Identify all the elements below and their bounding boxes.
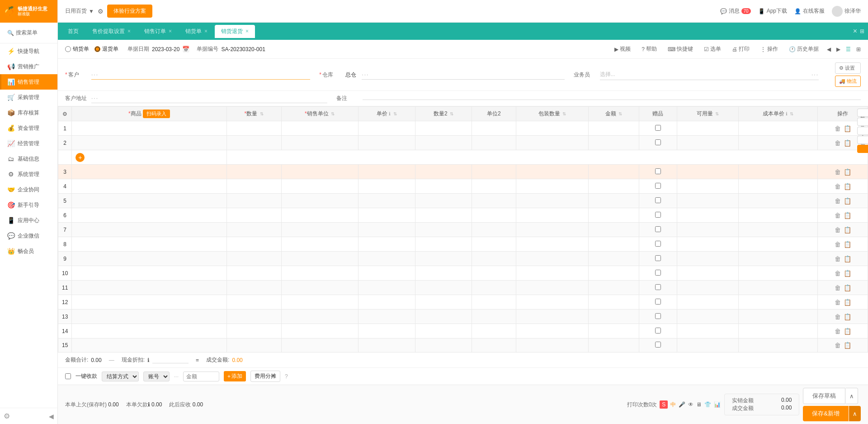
toolbar-shortcut[interactable]: ⌨ 快捷键 <box>665 44 696 54</box>
cell-cost-2[interactable] <box>738 136 818 150</box>
cell-amount-7[interactable] <box>589 223 639 237</box>
toolbar-operate[interactable]: ⋮ 操作 <box>758 44 781 54</box>
cell-amount-15[interactable] <box>589 338 639 353</box>
cell-price-15[interactable] <box>358 338 415 353</box>
tab-close-sale-return[interactable]: × <box>245 28 249 34</box>
taskbar-monitor-icon[interactable]: 🖥 <box>696 401 702 408</box>
copy-row-13-icon[interactable]: 📋 <box>844 313 851 320</box>
user-profile[interactable]: 徐泽华 <box>832 6 861 17</box>
copy-row-15-icon[interactable]: 📋 <box>844 342 851 349</box>
cell-cost-5[interactable] <box>738 194 818 208</box>
cell-amount-9[interactable] <box>589 252 639 266</box>
gift-checkbox-12[interactable] <box>655 299 661 305</box>
attachment-panel-btn[interactable]: 附件 <box>857 109 868 117</box>
cell-unit2-12[interactable] <box>472 295 516 310</box>
delete-row-2-icon[interactable]: 🗑 <box>835 139 841 147</box>
gift-checkbox-5[interactable] <box>655 197 661 203</box>
copy-row-5-icon[interactable]: 📋 <box>844 197 851 205</box>
cell-gift-11[interactable] <box>639 281 677 295</box>
grid-view-icon[interactable]: ⊞ <box>856 46 861 52</box>
copy-row-3-icon[interactable]: 📋 <box>844 168 851 176</box>
tab-sale-order[interactable]: 销售订单 × <box>138 25 178 38</box>
nav-next-icon[interactable]: ▶ <box>836 46 840 52</box>
cell-product-13[interactable] <box>72 310 226 324</box>
app-download-button[interactable]: 📱 App下载 <box>758 7 787 15</box>
cell-amount-12[interactable] <box>589 295 639 310</box>
cell-gift-12[interactable] <box>639 295 677 310</box>
customer-input[interactable]: ··· <box>91 70 310 80</box>
sidebar-item-enterprise[interactable]: 🤝 企业协同 <box>0 182 57 197</box>
sidebar-item-guide[interactable]: 🎯 新手引导 <box>0 197 57 213</box>
sidebar-item-wechat[interactable]: 💬 企业微信 <box>0 228 57 243</box>
cell-product-12[interactable] <box>72 295 226 310</box>
cell-unit-5[interactable] <box>281 194 358 208</box>
gift-checkbox-8[interactable] <box>655 241 661 247</box>
delete-row-15-icon[interactable]: 🗑 <box>835 342 841 349</box>
cell-unit-2[interactable] <box>281 136 358 150</box>
tab-sale-return[interactable]: 销货退货 × <box>215 25 255 38</box>
cell-qty2-4[interactable] <box>415 179 472 194</box>
online-service-button[interactable]: 👤 在线客服 <box>794 7 825 15</box>
cell-product-2[interactable] <box>72 136 226 150</box>
sidebar-item-member[interactable]: 👑 畅会员 <box>0 243 57 259</box>
cell-product-15[interactable] <box>72 338 226 353</box>
message-button[interactable]: 💬 消息 70 <box>720 7 751 15</box>
copy-row-10-icon[interactable]: 📋 <box>844 270 851 277</box>
cell-qty2-5[interactable] <box>415 194 472 208</box>
taskbar-chart-icon[interactable]: 📊 <box>714 401 721 408</box>
gift-checkbox-10[interactable] <box>655 270 661 276</box>
cell-pack-3[interactable] <box>516 165 589 179</box>
cell-gift-10[interactable] <box>639 266 677 281</box>
tab-sale-extract[interactable]: 售价提取设置 × <box>86 25 137 38</box>
note-input[interactable] <box>363 97 861 100</box>
cell-pack-7[interactable] <box>516 223 589 237</box>
cell-product-4[interactable] <box>72 179 226 194</box>
cell-amount-13[interactable] <box>589 310 639 324</box>
copy-row-4-icon[interactable]: 📋 <box>844 183 851 190</box>
cell-amount-11[interactable] <box>589 281 639 295</box>
cell-unit-15[interactable] <box>281 338 358 353</box>
copy-row-11-icon[interactable]: 📋 <box>844 284 851 291</box>
cell-available-12[interactable] <box>677 295 738 310</box>
cell-pack-9[interactable] <box>516 252 589 266</box>
cell-gift-8[interactable] <box>639 237 677 252</box>
taskbar-person-icon[interactable]: 👕 <box>704 401 711 408</box>
scan-input-button[interactable]: 扫码录入 <box>143 110 170 118</box>
sidebar-item-marketing[interactable]: 📢 营销推广 <box>0 59 57 74</box>
cell-amount-6[interactable] <box>589 208 639 223</box>
cell-product-9[interactable] <box>72 252 226 266</box>
cell-price-5[interactable] <box>358 194 415 208</box>
cell-cost-11[interactable] <box>738 281 818 295</box>
collapse-icon[interactable]: ◀ <box>49 413 54 420</box>
sidebar-item-purchase[interactable]: 🛒 采购管理 <box>0 90 57 105</box>
taskbar-eye-icon[interactable]: 👁 <box>688 401 693 408</box>
cell-qty-13[interactable] <box>226 310 281 324</box>
cell-unit2-2[interactable] <box>472 136 516 150</box>
cell-qty-10[interactable] <box>226 266 281 281</box>
cell-qty-2[interactable] <box>226 136 281 150</box>
gift-checkbox-15[interactable] <box>655 342 661 348</box>
cell-qty-4[interactable] <box>226 179 281 194</box>
th-settings[interactable]: ⚙ <box>58 107 72 121</box>
radio-return[interactable]: 退货单 <box>94 45 118 53</box>
cell-pack-11[interactable] <box>516 281 589 295</box>
taskbar-mic-icon[interactable]: 🎤 <box>679 401 685 408</box>
cell-unit-11[interactable] <box>281 281 358 295</box>
cell-available-5[interactable] <box>677 194 738 208</box>
cell-available-11[interactable] <box>677 281 738 295</box>
cell-qty2-2[interactable] <box>415 136 472 150</box>
cell-price-1[interactable] <box>358 121 415 136</box>
unit-sort-icon[interactable]: ⇅ <box>331 111 335 116</box>
tab-home[interactable]: 首页 <box>61 25 85 38</box>
cell-price-6[interactable] <box>358 208 415 223</box>
cell-unit-3[interactable] <box>281 165 358 179</box>
cell-amount-5[interactable] <box>589 194 639 208</box>
cell-product-8[interactable] <box>72 237 226 252</box>
cell-pack-2[interactable] <box>516 136 589 150</box>
cell-product-7[interactable] <box>72 223 226 237</box>
sidebar-item-apps[interactable]: 📱 应用中心 <box>0 213 57 228</box>
delete-row-13-icon[interactable]: 🗑 <box>835 313 841 320</box>
gift-checkbox-2[interactable] <box>655 139 661 145</box>
copy-row-1-icon[interactable]: 📋 <box>844 125 851 132</box>
settings-icon[interactable]: ⚙ <box>4 412 10 420</box>
